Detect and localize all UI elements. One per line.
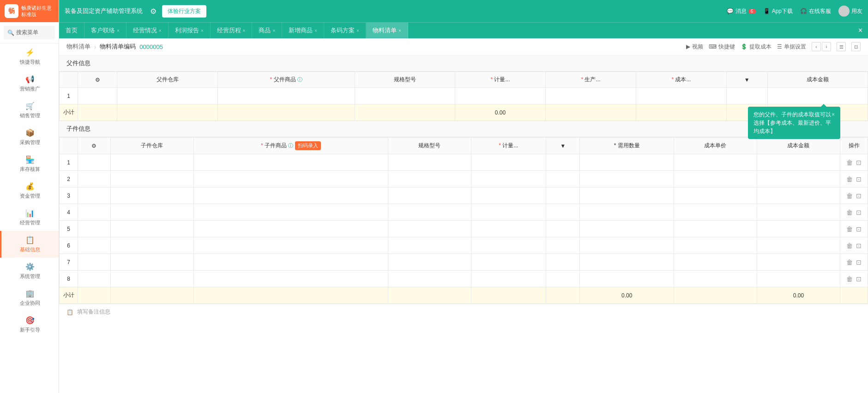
child-row-quantity[interactable] (580, 271, 674, 287)
child-row-warehouse[interactable] (110, 254, 193, 271)
delete-row-button[interactable]: 🗑 (846, 275, 853, 283)
copy-row-button[interactable]: ⊡ (856, 192, 862, 200)
child-row-product[interactable] (193, 204, 388, 221)
child-row-warehouse[interactable] (110, 271, 193, 287)
copy-row-button[interactable]: ⊡ (856, 225, 862, 233)
child-row-warehouse[interactable] (110, 204, 193, 221)
tab-new-products[interactable]: 新增商品 × (282, 23, 324, 38)
child-row-unit-cost[interactable] (674, 171, 757, 187)
copy-row-button[interactable]: ⊡ (856, 209, 862, 216)
child-row-spec[interactable] (388, 271, 471, 287)
copy-row-button[interactable]: ⊡ (856, 275, 862, 283)
tooltip-close-button[interactable]: × (832, 110, 835, 119)
child-row-unit[interactable] (471, 187, 546, 204)
child-row-spec[interactable] (388, 204, 471, 221)
list-view-button[interactable]: ☰ (837, 42, 846, 51)
child-row-product[interactable] (193, 154, 388, 171)
child-row-unit[interactable] (471, 204, 546, 221)
delete-row-button[interactable]: 🗑 (846, 225, 853, 233)
child-row-unit[interactable] (471, 254, 546, 271)
child-row-spec[interactable] (388, 237, 471, 254)
delete-row-button[interactable]: 🗑 (846, 209, 853, 216)
prev-button[interactable]: ‹ (812, 42, 821, 51)
child-row-unit[interactable] (471, 271, 546, 287)
sidebar-item-enterprise[interactable]: 🏢 企业协同 (0, 284, 59, 311)
breadcrumb-bom[interactable]: 物料清单 (66, 42, 90, 51)
child-row-product[interactable] (193, 171, 388, 187)
tab-close-icon[interactable]: × (398, 28, 401, 33)
child-row-quantity[interactable] (580, 171, 674, 187)
child-row-unit[interactable] (471, 221, 546, 237)
parent-row-unit[interactable] (455, 88, 545, 104)
child-row-unit[interactable] (471, 154, 546, 171)
shortcut-button[interactable]: ⌨ 快捷键 (709, 43, 735, 51)
online-service-button[interactable]: 🎧 在线客服 (800, 7, 831, 15)
child-row-quantity[interactable] (580, 254, 674, 271)
child-row-warehouse[interactable] (110, 221, 193, 237)
sidebar-item-sales[interactable]: 🛒 销售管理 (0, 97, 59, 124)
child-row-warehouse[interactable] (110, 187, 193, 204)
child-row-unit-cost[interactable] (674, 221, 757, 237)
parent-row-cost[interactable] (636, 88, 726, 104)
child-row-spec[interactable] (388, 154, 471, 171)
child-row-unit-cost[interactable] (674, 254, 757, 271)
user-menu-button[interactable]: 用友 (838, 6, 862, 17)
settings-icon[interactable]: ⚙ (148, 5, 158, 18)
child-row-unit-cost[interactable] (674, 204, 757, 221)
child-row-product[interactable] (193, 221, 388, 237)
extract-cost-button[interactable]: 💲 提取成本 (741, 43, 772, 51)
tab-bom[interactable]: 物料清单 × (366, 23, 408, 38)
child-row-spec[interactable] (388, 254, 471, 271)
child-row-unit-cost[interactable] (674, 187, 757, 204)
child-col-extra[interactable]: ▼ (546, 138, 579, 154)
tab-close-all-button[interactable]: × (853, 23, 868, 38)
trial-button[interactable]: 体验行业方案 (162, 5, 206, 18)
tab-operation-status[interactable]: 经营情况 × (127, 23, 169, 38)
child-row-warehouse[interactable] (110, 237, 193, 254)
tab-customer[interactable]: 客户联络 × (84, 23, 127, 38)
parent-row-warehouse[interactable] (117, 88, 217, 104)
child-row-spec[interactable] (388, 171, 471, 187)
child-row-quantity[interactable] (580, 154, 674, 171)
delete-row-button[interactable]: 🗑 (846, 175, 853, 183)
scan-input-button[interactable]: 扫码录入 (295, 141, 321, 150)
tab-profit-report[interactable]: 利润报告 × (169, 23, 211, 38)
bottom-hint[interactable]: 📋 填写备注信息 (59, 304, 868, 320)
delete-row-button[interactable]: 🗑 (846, 192, 853, 200)
sidebar-item-basic[interactable]: 📋 基础信息 (0, 231, 59, 258)
sidebar-item-operation[interactable]: 📊 经营管理 (0, 204, 59, 231)
child-row-product[interactable] (193, 187, 388, 204)
delete-row-button[interactable]: 🗑 (846, 159, 853, 166)
copy-row-button[interactable]: ⊡ (856, 259, 862, 266)
single-settings-button[interactable]: ☰ 单据设置 (777, 43, 806, 51)
copy-row-button[interactable]: ⊡ (856, 159, 862, 166)
delete-row-button[interactable]: 🗑 (846, 259, 853, 266)
child-row-quantity[interactable] (580, 187, 674, 204)
child-col-gear[interactable]: ⚙ (78, 138, 111, 154)
delete-row-button[interactable]: 🗑 (846, 242, 853, 249)
child-row-quantity[interactable] (580, 221, 674, 237)
child-row-warehouse[interactable] (110, 154, 193, 171)
app-download-button[interactable]: 📱 App下载 (763, 7, 793, 15)
tab-operation-history[interactable]: 经营历程 × (211, 23, 253, 38)
parent-row-production[interactable] (545, 88, 636, 104)
sidebar-item-guide[interactable]: 🎯 新手引导 (0, 311, 59, 338)
child-row-quantity[interactable] (580, 204, 674, 221)
sidebar-item-quick-nav[interactable]: ⚡ 快捷导航 (0, 43, 59, 70)
parent-col-gear[interactable]: ⚙ (78, 72, 117, 88)
copy-row-button[interactable]: ⊡ (856, 242, 862, 249)
copy-row-button[interactable]: ⊡ (856, 175, 862, 183)
child-row-unit-cost[interactable] (674, 237, 757, 254)
message-button[interactable]: 💬 消息 6 (727, 7, 756, 15)
tab-barcode[interactable]: 条码方案 × (324, 23, 366, 38)
child-row-product[interactable] (193, 237, 388, 254)
child-row-unit-cost[interactable] (674, 271, 757, 287)
tab-close-icon[interactable]: × (356, 28, 359, 33)
tab-products[interactable]: 商品 × (252, 23, 282, 38)
child-row-warehouse[interactable] (110, 171, 193, 187)
child-row-product[interactable] (193, 271, 388, 287)
parent-row-spec[interactable] (355, 88, 455, 104)
parent-row-product[interactable] (217, 88, 355, 104)
tab-close-icon[interactable]: × (201, 28, 204, 33)
sidebar-item-system[interactable]: ⚙️ 系统管理 (0, 258, 59, 284)
